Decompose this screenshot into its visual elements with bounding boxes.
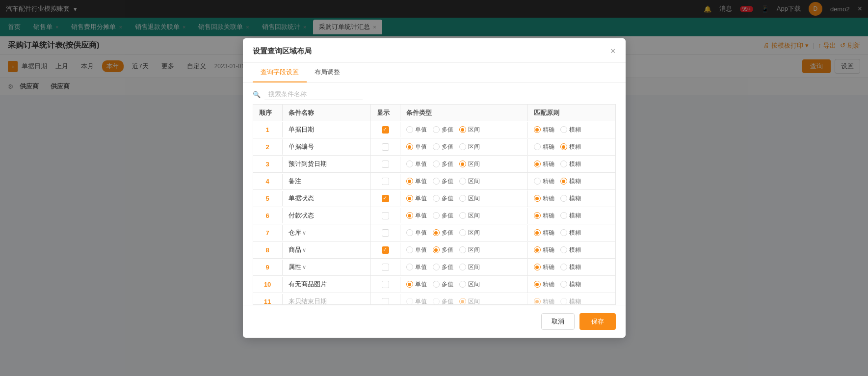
dialog-tab-layout-label: 布局调整 (315, 68, 340, 76)
dialog-tabs: 查询字段设置 布局调整 (243, 63, 626, 82)
dialog-tab-layout[interactable]: 布局调整 (307, 63, 348, 82)
dialog-header: 设置查询区域布局 × (243, 38, 626, 63)
search-icon: 🔍 (253, 91, 261, 96)
dialog-tab-query-fields[interactable]: 查询字段设置 (253, 63, 307, 82)
dialog-close-button[interactable]: × (610, 46, 616, 56)
search-input[interactable] (264, 88, 363, 95)
settings-dialog: 设置查询区域布局 × 查询字段设置 布局调整 🔍 顺序 条件名称 显示 条件类型 (243, 38, 626, 95)
dialog-tab-query-fields-label: 查询字段设置 (261, 68, 299, 76)
dialog-title: 设置查询区域布局 (253, 47, 312, 56)
dialog-search-area: 🔍 (243, 82, 626, 95)
modal-overlay: 设置查询区域布局 × 查询字段设置 布局调整 🔍 顺序 条件名称 显示 条件类型 (0, 0, 868, 95)
